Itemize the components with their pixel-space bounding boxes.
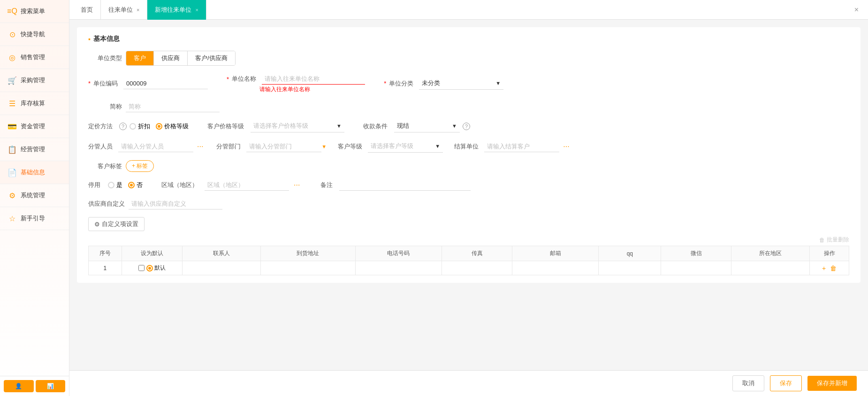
bottom-bar: 取消 保存 保存并新增 xyxy=(69,370,868,396)
tag-add-button[interactable]: + 标签 xyxy=(126,160,154,172)
sidebar-item-sales[interactable]: ◎ 销售管理 xyxy=(0,46,69,69)
save-new-button[interactable]: 保存并新增 xyxy=(807,376,857,391)
unit-code-input[interactable] xyxy=(123,78,208,89)
pricing-radio-group: 折扣 价格等级 xyxy=(129,122,189,131)
sidebar-item-purchase[interactable]: 🛒 采购管理 xyxy=(0,69,69,92)
row-wechat[interactable] xyxy=(661,261,731,275)
system-icon: ⚙ xyxy=(8,191,17,200)
row-id: 1 xyxy=(89,261,122,275)
batch-delete-label[interactable]: 批量删除 xyxy=(827,236,849,244)
email-input[interactable] xyxy=(534,265,577,272)
department-input[interactable] xyxy=(246,141,321,152)
sidebar-item-system[interactable]: ⚙ 系统管理 xyxy=(0,184,69,207)
sidebar-item-basic[interactable]: 📄 基础信息 xyxy=(0,161,69,184)
row-qq[interactable] xyxy=(599,261,661,275)
cancel-button[interactable]: 取消 xyxy=(732,375,764,391)
region-input[interactable] xyxy=(205,179,289,191)
pricing-discount-option[interactable]: 折扣 xyxy=(129,122,150,131)
row-fax[interactable] xyxy=(442,261,512,275)
tab-new-partner[interactable]: 新增往来单位 × xyxy=(147,0,206,20)
manager-more-icon[interactable]: ··· xyxy=(195,142,205,151)
sidebar-settings-btn[interactable]: 📊 xyxy=(36,380,66,392)
disabled-yes-option[interactable]: 是 xyxy=(108,181,122,189)
wechat-input[interactable] xyxy=(680,265,713,272)
newbie-icon: ☆ xyxy=(8,214,17,223)
sidebar-bottom: 👤 📊 xyxy=(0,376,69,396)
manager-label: 分管人员 xyxy=(88,142,116,151)
address-input[interactable] xyxy=(284,265,331,272)
fax-input[interactable] xyxy=(461,265,494,272)
manager-group: 分管人员 ··· xyxy=(88,141,205,152)
settlement-label: 结算单位 xyxy=(454,142,482,151)
settings-btn-label: 自定义项设置 xyxy=(102,220,138,228)
sidebar-item-label: 基础信息 xyxy=(21,168,45,177)
tab-new-partner-label: 新增往来单位 xyxy=(155,6,191,14)
unit-category-select[interactable]: 未分类 ▼ xyxy=(419,77,503,90)
type-btn-supplier[interactable]: 供应商 xyxy=(154,51,188,65)
tab-bar: 首页 往来单位 × 新增往来单位 × × xyxy=(69,0,868,20)
row-checkbox[interactable] xyxy=(138,265,145,271)
code-group: * 单位编码 xyxy=(88,78,208,89)
finance-icon: 💳 xyxy=(8,122,17,131)
payment-terms-help-icon[interactable]: ? xyxy=(463,123,470,130)
disabled-no-option[interactable]: 否 xyxy=(128,181,143,189)
default-radio-item[interactable]: 默认 xyxy=(146,264,166,272)
unit-type-group: 客户 供应商 客户/供应商 xyxy=(126,51,236,66)
row-address[interactable] xyxy=(261,261,356,275)
row-email[interactable] xyxy=(512,261,599,275)
unit-name-input[interactable] xyxy=(262,73,365,85)
payment-terms-label: 收款条件 xyxy=(363,122,391,131)
region-more-icon[interactable]: ··· xyxy=(292,181,302,189)
type-btn-customer[interactable]: 客户 xyxy=(126,51,154,65)
customer-level-select[interactable]: 请选择客户等级 ▼ xyxy=(368,140,443,153)
row-phone[interactable] xyxy=(355,261,442,275)
supplier-custom-label: 供应商自定义 xyxy=(88,200,129,208)
sidebar-item-search[interactable]: ≡Q 搜索菜单 xyxy=(0,0,69,23)
row-contact[interactable] xyxy=(182,261,260,275)
tab-partners[interactable]: 往来单位 × xyxy=(101,0,147,20)
sidebar-user-btn[interactable]: 👤 xyxy=(4,380,34,392)
supplier-custom-input[interactable] xyxy=(129,198,222,210)
phone-input[interactable] xyxy=(377,265,419,272)
sidebar-item-label: 采购管理 xyxy=(21,76,45,85)
row-region[interactable] xyxy=(731,261,810,275)
tab-home[interactable]: 首页 xyxy=(73,0,101,20)
custom-settings-button[interactable]: ⚙ 自定义项设置 xyxy=(88,217,145,231)
sidebar-item-newbie[interactable]: ☆ 新手引导 xyxy=(0,207,69,230)
sidebar-item-finance[interactable]: 💳 资金管理 xyxy=(0,115,69,138)
row-add-icon[interactable]: + xyxy=(822,264,826,272)
sidebar-item-quick-nav[interactable]: ⊙ 快捷导航 xyxy=(0,23,69,46)
sidebar-item-operation[interactable]: 📋 经营管理 xyxy=(0,138,69,161)
tag-label: 客户标签 xyxy=(88,162,126,171)
tab-new-partner-close[interactable]: × xyxy=(195,7,198,13)
tab-bar-close[interactable]: × xyxy=(849,6,864,14)
tab-partners-close[interactable]: × xyxy=(137,7,139,13)
manager-input[interactable] xyxy=(118,141,193,152)
qq-input[interactable] xyxy=(616,265,644,272)
disabled-label: 停用 xyxy=(88,181,104,189)
pricing-row: 定价方法 ? 折扣 价格等级 客户价格等级 xyxy=(88,120,849,132)
customer-price-select[interactable]: 请选择客户价格等级 ▼ xyxy=(251,120,344,132)
settlement-more-icon[interactable]: ··· xyxy=(561,142,571,151)
remarks-group: 备注 xyxy=(320,179,471,191)
pricing-level-option[interactable]: 价格等级 xyxy=(156,122,189,131)
sidebar-item-inventory[interactable]: ☰ 库存核算 xyxy=(0,92,69,115)
row-delete-icon[interactable]: 🗑 xyxy=(830,264,837,272)
save-button[interactable]: 保存 xyxy=(770,375,802,391)
type-btn-both[interactable]: 客户/供应商 xyxy=(188,51,235,65)
settlement-input[interactable] xyxy=(484,141,559,152)
department-label: 分管部门 xyxy=(216,142,244,151)
pricing-discount-radio xyxy=(129,123,136,130)
short-name-label: 简称 xyxy=(88,102,126,111)
settings-row: ⚙ 自定义项设置 xyxy=(88,217,849,231)
payment-terms-select[interactable]: 现结 ▼ xyxy=(394,120,460,132)
region-group: 区域（地区） ··· xyxy=(161,179,302,191)
row-region-input[interactable] xyxy=(752,265,789,272)
unit-category-label: 单位分类 xyxy=(389,79,417,88)
short-name-row: 简称 xyxy=(88,101,849,112)
remarks-input[interactable] xyxy=(339,179,471,191)
short-name-input[interactable] xyxy=(126,101,220,112)
pricing-help-icon[interactable]: ? xyxy=(119,123,127,130)
contact-input[interactable] xyxy=(203,265,240,272)
supplier-custom-row: 供应商自定义 xyxy=(88,198,849,210)
